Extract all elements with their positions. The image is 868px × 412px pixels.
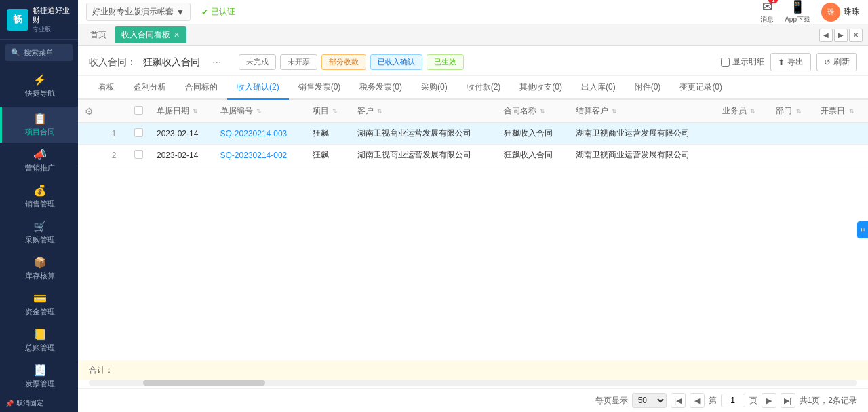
verified-label: 已认证 xyxy=(211,6,235,18)
last-page-button[interactable]: ▶| xyxy=(781,393,795,408)
more-options-button[interactable]: ··· xyxy=(207,54,226,71)
sidebar-item-project-contract[interactable]: 📋 项目合同 xyxy=(0,107,78,143)
status-active-button[interactable]: 已生效 xyxy=(427,54,464,70)
export-button[interactable]: ⬆ 导出 xyxy=(770,53,811,71)
horizontal-scrollbar[interactable] xyxy=(89,380,857,386)
col-date-header[interactable]: 单据日期 ⇅ xyxy=(150,100,214,123)
status-uninvoiced-button[interactable]: 未开票 xyxy=(280,54,317,70)
col-dept-header[interactable]: 部门 ⇅ xyxy=(769,100,814,123)
tab-close-button[interactable]: ✕ xyxy=(849,29,863,42)
sidebar-item-label: 采购管理 xyxy=(25,235,55,245)
table-row[interactable]: 2 2023-02-14 SQ-20230214-002 狂飙 湖南卫视商业运营… xyxy=(78,145,868,166)
row2-checkbox[interactable] xyxy=(127,145,150,166)
table-row[interactable]: 1 2023-02-14 SQ-20230214-003 狂飙 湖南卫视商业运营… xyxy=(78,123,868,145)
col-date-label: 单据日期 xyxy=(157,106,189,115)
status-partial-payment-button[interactable]: 部分收款 xyxy=(321,54,366,70)
search-menu-button[interactable]: 🔍 搜索菜单 xyxy=(5,44,73,61)
home-tab[interactable]: 首页 xyxy=(83,26,113,43)
col-number-header[interactable]: 单据编号 ⇅ xyxy=(214,100,306,123)
row2-checkbox-icon[interactable] xyxy=(134,150,143,159)
sidebar-item-sales[interactable]: 💰 销售管理 xyxy=(0,179,78,214)
sidebar-item-marketing[interactable]: 📣 营销推广 xyxy=(0,143,78,179)
tab-prev-button[interactable]: ◀ xyxy=(819,29,833,42)
status-confirmed-button[interactable]: 已收入确认 xyxy=(370,54,422,70)
page-number-input[interactable] xyxy=(721,394,745,407)
row1-checkbox-icon[interactable] xyxy=(134,128,143,137)
col-salesperson-header[interactable]: 业务员 ⇅ xyxy=(715,100,770,123)
show-detail-checkbox[interactable]: 显示明细 xyxy=(721,56,765,68)
tab-other-income[interactable]: 其他收支(0) xyxy=(510,76,572,100)
refresh-button[interactable]: ↺ 刷新 xyxy=(816,53,857,71)
col-settlement-header[interactable]: 结算客户 ⇅ xyxy=(569,100,715,123)
col-checkbox-header xyxy=(127,100,150,123)
table-container: ⚙ 单据日期 ⇅ 单据编号 ⇅ xyxy=(78,100,868,360)
col-customer-label: 客户 xyxy=(357,106,374,115)
row1-dept xyxy=(769,123,814,145)
user-avatar-area[interactable]: 珠 珠珠 xyxy=(821,3,860,22)
tab-change-log[interactable]: 变更记录(0) xyxy=(670,76,732,100)
row2-salesperson xyxy=(715,145,770,166)
app-download-button[interactable]: 📱 App下载 xyxy=(785,0,810,24)
sidebar-item-invoice[interactable]: 🧾 发票管理 xyxy=(0,358,78,394)
content-area: 收入合同： 狂飙收入合同 ··· 未完成 未开票 部分收款 已收入确认 已生效 … xyxy=(78,46,868,412)
row1-number[interactable]: SQ-20230214-003 xyxy=(214,123,306,145)
contract-board-tab[interactable]: 收入合同看板 ✕ xyxy=(115,26,186,43)
tab-purchase[interactable]: 采购(0) xyxy=(412,76,457,100)
row2-contract-name: 狂飙收入合同 xyxy=(497,145,569,166)
sidebar-item-fund[interactable]: 💳 资金管理 xyxy=(0,286,78,322)
tab-tax-invoice[interactable]: 税务发票(0) xyxy=(350,76,412,100)
first-page-button[interactable]: |◀ xyxy=(671,393,686,408)
show-detail-input[interactable] xyxy=(721,58,730,67)
row1-number-link[interactable]: SQ-20230214-003 xyxy=(220,129,288,138)
row2-number[interactable]: SQ-20230214-002 xyxy=(214,145,306,166)
quick-nav-icon: ⚡ xyxy=(33,73,47,86)
row2-project: 狂飙 xyxy=(306,145,351,166)
message-badge: 1 xyxy=(768,0,778,3)
row1-checkbox[interactable] xyxy=(127,123,150,145)
next-page-button[interactable]: ▶ xyxy=(762,393,776,408)
sidebar-item-quick-nav[interactable]: ⚡ 快捷导航 xyxy=(5,68,73,104)
prev-page-button[interactable]: ◀ xyxy=(690,393,705,408)
sidebar-item-label: 项目合同 xyxy=(25,127,55,137)
tab-kanban[interactable]: 看板 xyxy=(89,76,124,100)
tab-payment[interactable]: 收付款(2) xyxy=(457,76,511,100)
col-customer-header[interactable]: 客户 ⇅ xyxy=(351,100,497,123)
sidebar-item-label: 发票管理 xyxy=(25,379,55,389)
float-panel-button[interactable]: ≡ xyxy=(857,221,868,239)
app-version: 专业版 xyxy=(33,25,71,34)
settings-gear-icon[interactable]: ⚙ xyxy=(85,106,94,117)
row2-number-link[interactable]: SQ-20230214-002 xyxy=(220,151,288,160)
sidebar-item-purchase[interactable]: 🛒 采购管理 xyxy=(0,214,78,250)
select-all-checkbox[interactable] xyxy=(134,106,143,115)
per-page-label: 每页显示 xyxy=(595,395,628,407)
sidebar-pin-button[interactable]: 📌 取消固定 xyxy=(0,394,78,412)
page-label-after: 页 xyxy=(749,395,757,407)
col-invoice-date-header[interactable]: 开票日 ⇅ xyxy=(814,100,868,123)
row2-no: 2 xyxy=(100,145,127,166)
tab-next-button[interactable]: ▶ xyxy=(834,29,848,42)
company-selector[interactable]: 好业财专业版演示帐套 ▼ xyxy=(86,3,191,21)
status-incomplete-button[interactable]: 未完成 xyxy=(239,54,276,70)
scroll-thumb[interactable] xyxy=(143,380,265,386)
tab-attachments[interactable]: 附件(0) xyxy=(625,76,671,100)
message-button[interactable]: ✉ 1 消息 xyxy=(760,0,774,24)
company-name: 好业财专业版演示帐套 xyxy=(92,6,174,18)
tabbar: 首页 收入合同看板 ✕ ◀ ▶ ✕ xyxy=(78,24,868,46)
row2-settlement: 湖南卫视商业运营发展有限公司 xyxy=(569,145,715,166)
per-page-select[interactable]: 20 50 100 xyxy=(632,393,667,408)
tab-contract-subject[interactable]: 合同标的 xyxy=(176,76,227,100)
tab-sales-invoice[interactable]: 销售发票(0) xyxy=(289,76,351,100)
close-tab-button[interactable]: ✕ xyxy=(174,31,180,39)
sidebar-item-general[interactable]: 📒 总账管理 xyxy=(0,322,78,358)
app-name: 畅捷通好业财 xyxy=(33,5,71,25)
table-footer: 合计： xyxy=(78,360,868,380)
tab-profit[interactable]: 盈利分析 xyxy=(124,76,176,100)
sidebar-item-inventory[interactable]: 📦 库存核算 xyxy=(0,250,78,286)
col-project-header[interactable]: 项目 ⇅ xyxy=(306,100,351,123)
tab-warehouse[interactable]: 出入库(0) xyxy=(572,76,625,100)
tab-revenue-confirm[interactable]: 收入确认(2) xyxy=(227,76,289,100)
col-invoice-date-label: 开票日 xyxy=(821,106,845,115)
sub-tabs-bar: 看板 盈利分析 合同标的 收入确认(2) 销售发票(0) 税务发票(0) 采购(… xyxy=(78,76,868,100)
col-contract-name-header[interactable]: 合同名称 ⇅ xyxy=(497,100,569,123)
project-contract-icon: 📋 xyxy=(33,112,47,125)
